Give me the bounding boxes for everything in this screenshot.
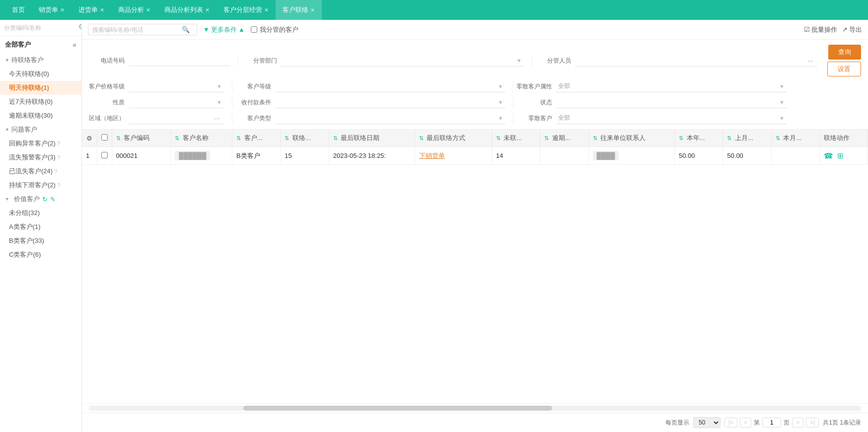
th-gear[interactable]: ⚙: [82, 130, 97, 147]
select-all-checkbox[interactable]: [101, 134, 108, 141]
table-row: 1 000021 ██████ B类客户 15 2023-05-23 18:25…: [82, 147, 868, 165]
page-first-btn[interactable]: |<: [724, 418, 737, 428]
nav-close-customer-tier[interactable]: ✕: [264, 7, 269, 13]
filter-region-dots[interactable]: ···: [212, 114, 222, 122]
sidebar-item-abnormal[interactable]: 回购异常客户(2) ?: [0, 137, 81, 150]
sidebar-item-churn-risk[interactable]: 流失预警客户(3) ?: [0, 150, 81, 164]
bottom-scrollbar-thumb[interactable]: [243, 406, 552, 411]
customer-table: ⚙ ⇅ 客户编码 ⇅ 客户名称: [82, 130, 868, 165]
nav-customer-contact[interactable]: 客户联络 ✕: [276, 0, 322, 20]
th-code-sort[interactable]: ⇅: [116, 135, 121, 141]
th-lastmonth-sort[interactable]: ⇅: [727, 135, 731, 141]
th-contact-sort[interactable]: ⇅: [285, 135, 289, 141]
page-input[interactable]: [762, 418, 781, 428]
th-thismonth-sort[interactable]: ⇅: [776, 135, 780, 141]
filter-select-person[interactable]: ···: [575, 55, 817, 67]
page-prev-btn[interactable]: <: [740, 418, 751, 428]
filter-select-region[interactable]: ···: [129, 112, 224, 124]
th-name: ⇅ 客户名称: [171, 130, 232, 147]
sidebar-group-problem[interactable]: 问题客户: [0, 123, 81, 137]
nav-product-analysis[interactable]: 商品分析 ✕: [111, 0, 157, 20]
sidebar-item-tomorrow[interactable]: 明天待联络(1): [0, 81, 81, 95]
bottom-scrollbar[interactable]: [89, 406, 861, 411]
page-size-select[interactable]: 50 100 200: [693, 417, 721, 428]
sidebar-search-input[interactable]: [4, 24, 78, 31]
th-overdue-sort[interactable]: ⇅: [544, 135, 549, 141]
sidebar-item-today[interactable]: 今天待联络(0): [0, 67, 81, 81]
sidebar-value-edit[interactable]: ✎: [50, 196, 56, 203]
th-name-sort[interactable]: ⇅: [175, 135, 179, 141]
th-type-sort[interactable]: ⇅: [236, 135, 241, 141]
filter-label-region: 区域（地区）: [89, 114, 129, 123]
sidebar-group-pending[interactable]: 待联络客户: [0, 53, 81, 67]
search-input[interactable]: [92, 26, 182, 33]
sidebar-group-value[interactable]: 价值客户 ↻ ✎: [0, 192, 81, 206]
th-lastdate-sort[interactable]: ⇅: [333, 135, 338, 141]
sidebar-item-a-class[interactable]: A类客户(1): [0, 220, 81, 234]
filter-select-attr[interactable]: 全部 ▼: [556, 80, 787, 92]
filter-select-price-grade[interactable]: ▼: [129, 80, 224, 92]
action-phone-icon[interactable]: ☎: [824, 151, 833, 160]
th-action: 联络动作: [820, 130, 868, 147]
sidebar-item-declining[interactable]: 持续下滑客户(2) ?: [0, 178, 81, 192]
filter-cell-phone: 电话号码: [89, 56, 235, 66]
sidebar-search-icon[interactable]: 🔍: [78, 24, 82, 32]
th-lastmethod-sort[interactable]: ⇅: [419, 135, 424, 141]
sidebar-item-overdue[interactable]: 逾期未联络(30): [0, 109, 81, 123]
nav-product-analysis-list[interactable]: 商品分析列表 ✕: [157, 0, 217, 20]
filter-select-scattered[interactable]: 全部 ▼: [556, 112, 787, 124]
my-customers-check[interactable]: 我分管的客户: [251, 25, 298, 34]
filter-person-dots[interactable]: ···: [805, 57, 815, 65]
filter-setting-btn[interactable]: 设置: [827, 62, 861, 76]
my-customers-checkbox[interactable]: [251, 26, 257, 33]
sidebar-all-customers[interactable]: 全部客户 «: [0, 36, 81, 53]
nav-close-sales[interactable]: ✕: [60, 7, 65, 13]
sidebar-item-c-class[interactable]: C类客户(6): [0, 248, 81, 262]
more-conditions-btn[interactable]: ▼ 更多条件 ▲: [203, 25, 245, 34]
nav-close-purchase[interactable]: ✕: [100, 7, 104, 13]
td-checkbox[interactable]: [97, 147, 112, 165]
nav-home[interactable]: 首页: [5, 0, 32, 20]
filter-cell-status: 状态 ▼: [516, 96, 792, 108]
sidebar-item-7days[interactable]: 近7天待联络(0): [0, 95, 81, 109]
th-checkbox[interactable]: [97, 130, 112, 147]
nav-purchase-order[interactable]: 进货单 ✕: [72, 0, 111, 20]
nav-close-product[interactable]: ✕: [146, 7, 150, 13]
filter-select-payment[interactable]: ▼: [275, 96, 506, 108]
export-btn[interactable]: ↗ 导出: [842, 25, 862, 34]
filter-select-dept[interactable]: ▼: [281, 55, 523, 67]
row-checkbox[interactable]: [101, 152, 108, 158]
nav-customer-tier[interactable]: 客户分层经营 ✕: [217, 0, 276, 20]
action-grid-icon[interactable]: ⊞: [837, 151, 844, 160]
th-thisyear-sort[interactable]: ⇅: [679, 135, 683, 141]
sidebar: 🔍 全部客户 « 待联络客户 今天待联络(0) 明天待联络(1) 近7天待联络(…: [0, 20, 82, 432]
sidebar-collapse-icon[interactable]: «: [72, 41, 76, 49]
td-last-method[interactable]: 下销货单: [415, 147, 492, 165]
filter-query-btn[interactable]: 查询: [828, 45, 861, 60]
gear-icon[interactable]: ⚙: [86, 135, 92, 142]
page-next-btn[interactable]: >: [792, 418, 803, 428]
page-last-btn[interactable]: >|: [806, 418, 819, 428]
nav-sales-order[interactable]: 销货单 ✕: [32, 0, 72, 20]
batch-ops-btn[interactable]: ☑ 批量操作: [804, 25, 837, 34]
filter-select-ctype[interactable]: ▼: [275, 112, 506, 124]
filter-payment-arrow: ▼: [498, 99, 504, 105]
content-area: 🔍 ▼ 更多条件 ▲ 我分管的客户 ☑ 批量操作 ↗ 导出: [82, 20, 868, 432]
sidebar-value-refresh[interactable]: ↻: [42, 196, 48, 203]
filter-select-grade[interactable]: ▼: [275, 80, 506, 92]
last-method-link[interactable]: 下销货单: [419, 152, 445, 159]
th-nocontact-sort[interactable]: ⇅: [496, 135, 501, 141]
filter-select-nature[interactable]: ▼: [129, 96, 224, 108]
search-input-wrap[interactable]: 🔍: [88, 24, 197, 35]
search-submit-icon[interactable]: 🔍: [182, 26, 190, 33]
th-contactperson-sort[interactable]: ⇅: [593, 135, 597, 141]
sidebar-item-b-class[interactable]: B类客户(33): [0, 234, 81, 248]
sidebar-item-churned[interactable]: 已流失客户(24) ?: [0, 164, 81, 178]
filter-input-phone[interactable]: [129, 56, 230, 66]
nav-close-customer-contact[interactable]: ✕: [310, 7, 315, 13]
table-area: ⚙ ⇅ 客户编码 ⇅ 客户名称: [82, 130, 868, 403]
nav-close-product-list[interactable]: ✕: [205, 7, 210, 13]
sidebar-item-ungrouped[interactable]: 未分组(32): [0, 206, 81, 220]
filter-select-status[interactable]: ▼: [556, 96, 787, 108]
th-type: ⇅ 客户...: [232, 130, 280, 147]
